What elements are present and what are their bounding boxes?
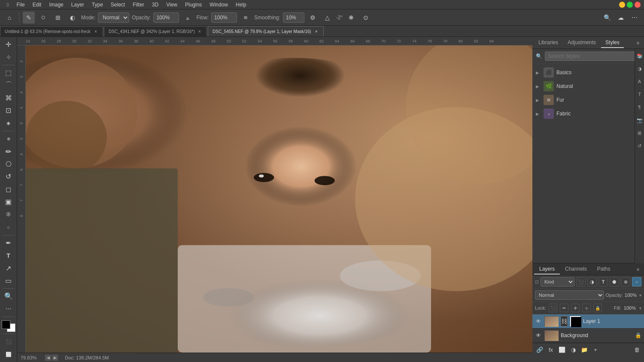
layer-filter-smart-btn[interactable]: ⊕: [621, 277, 630, 287]
tab-1-close[interactable]: ×: [93, 29, 98, 34]
history-brush-tool[interactable]: ↺: [2, 171, 15, 182]
quick-select-tool[interactable]: ⌘: [2, 92, 15, 104]
channels-tab[interactable]: Channels: [560, 264, 592, 275]
path-select-tool[interactable]: ↗: [2, 262, 15, 274]
layer-filter-adjust-btn[interactable]: ◑: [587, 277, 597, 287]
color-swatches[interactable]: [2, 320, 15, 332]
eraser-tool[interactable]: ◻: [2, 184, 15, 195]
window-minimize[interactable]: [619, 2, 625, 8]
more-btn[interactable]: ⋯: [629, 12, 641, 24]
airbrush-btn[interactable]: ◐: [67, 12, 79, 24]
menu-view[interactable]: View: [163, 1, 181, 9]
marquee-tool[interactable]: ⬚: [2, 67, 15, 78]
tab-adjustments[interactable]: Adjustments: [563, 38, 600, 48]
cloud-btn[interactable]: ☁: [615, 12, 627, 24]
style-group-fabric[interactable]: ▶ ⬦ Fabric: [532, 107, 644, 121]
text-icon-btn[interactable]: T: [635, 89, 644, 100]
lock-position-btn[interactable]: ✛: [571, 304, 580, 312]
menu-ps[interactable]: : [3, 1, 12, 9]
layer-1-visibility[interactable]: 👁: [535, 318, 542, 325]
layers-adjustment-btn[interactable]: ◑: [568, 345, 578, 354]
symmetry-btn[interactable]: ❋: [345, 12, 357, 24]
layers-tab[interactable]: Layers: [534, 264, 560, 275]
paragraph-icon-btn[interactable]: ¶: [635, 102, 644, 112]
window-close[interactable]: [635, 2, 641, 8]
pressure-opacity-btn[interactable]: ⟁: [182, 12, 194, 24]
spot-healing-tool[interactable]: ⊕: [2, 133, 15, 145]
mode-select[interactable]: Normal: [98, 12, 129, 23]
styles-search-input[interactable]: [545, 51, 641, 61]
menu-type[interactable]: Type: [88, 1, 106, 9]
tab-1[interactable]: Untitled-1 @ 63.1% (Remove-spots-not-fre…: [0, 26, 103, 36]
lasso-tool[interactable]: ⌒: [2, 79, 15, 91]
tab-2[interactable]: DSC_4341.NEF @ 342% (Layer 1, RGB/16*) ×: [104, 26, 207, 36]
layers-group-btn[interactable]: 📁: [580, 345, 589, 354]
crop-tool[interactable]: ⊡: [2, 105, 15, 116]
layer-filter-pixel-btn[interactable]: ⬛: [576, 277, 586, 287]
home-btn[interactable]: ⌂: [3, 12, 15, 24]
menu-select[interactable]: Select: [107, 1, 128, 9]
stamp-tool[interactable]: ⎔: [2, 158, 15, 170]
airbrush-enable-btn[interactable]: ≋: [240, 12, 252, 24]
menu-file[interactable]: File: [13, 1, 28, 9]
extra-tools[interactable]: ···: [2, 303, 15, 315]
smoothing-options-btn[interactable]: ⚙: [307, 12, 319, 24]
layer-filter-shape-btn[interactable]: ⬟: [610, 277, 619, 287]
angle-btn[interactable]: △: [322, 12, 334, 24]
tab-libraries[interactable]: Libraries: [534, 38, 562, 48]
layer-type-select[interactable]: Kind: [541, 277, 574, 287]
flow-input[interactable]: [211, 12, 237, 23]
menu-plugins[interactable]: Plugins: [182, 1, 205, 9]
menu-layer[interactable]: Layer: [68, 1, 88, 9]
layers-new-btn[interactable]: +: [591, 345, 600, 354]
brush-options-btn[interactable]: ⊞: [52, 12, 64, 24]
background-visibility[interactable]: 👁: [535, 332, 542, 339]
shape-tool[interactable]: ▭: [2, 275, 15, 287]
menu-filter[interactable]: Filter: [129, 1, 148, 9]
foreground-color-swatch[interactable]: [2, 320, 10, 329]
layer-filter-type-btn[interactable]: T: [598, 277, 608, 287]
gradient-tool[interactable]: ▣: [2, 196, 15, 208]
pressure-btn[interactable]: ⊙: [360, 12, 372, 24]
screen-mode-btn[interactable]: ⬜: [2, 349, 15, 360]
move-tool[interactable]: ✛: [2, 39, 15, 50]
grid-icon-btn[interactable]: ⊞: [635, 128, 644, 138]
layers-fx-btn[interactable]: fx: [546, 345, 556, 354]
blend-mode-select[interactable]: Normal: [535, 290, 604, 300]
type-tool[interactable]: T: [2, 250, 15, 261]
menu-image[interactable]: Image: [46, 1, 67, 9]
layer-item-background[interactable]: 👁 Background 🔒: [532, 329, 644, 343]
panel-options-btn[interactable]: ≡: [634, 39, 642, 47]
layer-item-1[interactable]: 👁 ⛓: [532, 314, 644, 329]
blur-tool[interactable]: ⦿: [2, 209, 15, 220]
menu-3d[interactable]: 3D: [149, 1, 162, 9]
menu-edit[interactable]: Edit: [29, 1, 45, 9]
opacity-input[interactable]: [153, 12, 179, 23]
adjustments-icon-btn[interactable]: ◑: [635, 63, 644, 74]
layers-delete-btn[interactable]: 🗑: [632, 345, 641, 354]
camera-icon-btn[interactable]: 📷: [635, 115, 644, 125]
zoom-tool[interactable]: 🔍: [2, 290, 15, 302]
tab-3[interactable]: DSC_5455.NEF @ 79.8% (Layer 1, Layer Mas…: [208, 26, 324, 36]
layers-panel-options[interactable]: ≡: [634, 265, 642, 274]
status-next[interactable]: ▶: [52, 355, 58, 361]
artboard-tool[interactable]: ⊹: [2, 51, 15, 63]
pen-tool[interactable]: ✒: [2, 237, 15, 248]
brush-tool-btn[interactable]: ✎: [23, 12, 35, 24]
canvas-viewport[interactable]: [26, 45, 532, 353]
lock-pixels-btn[interactable]: ⬛: [549, 304, 557, 312]
window-maximize[interactable]: [627, 2, 633, 8]
tab-styles[interactable]: Styles: [601, 38, 624, 48]
style-group-fur[interactable]: ▶ ≋ Fur: [532, 93, 644, 107]
menu-window[interactable]: Window: [206, 1, 231, 9]
tab-3-close[interactable]: ×: [314, 29, 319, 34]
lock-artboard-btn[interactable]: ⊹: [582, 304, 591, 312]
styles-icon-btn[interactable]: A: [635, 76, 644, 87]
menu-help[interactable]: Help: [232, 1, 250, 9]
style-group-basics[interactable]: ▶ ⬛ Basics: [532, 66, 644, 79]
brush-size-btn[interactable]: ○: [37, 12, 49, 24]
brush-tool[interactable]: ✏: [2, 145, 15, 157]
quick-mask-btn[interactable]: ⬛: [2, 336, 15, 347]
layers-link-btn[interactable]: 🔗: [535, 345, 544, 354]
tab-2-close[interactable]: ×: [197, 29, 202, 34]
